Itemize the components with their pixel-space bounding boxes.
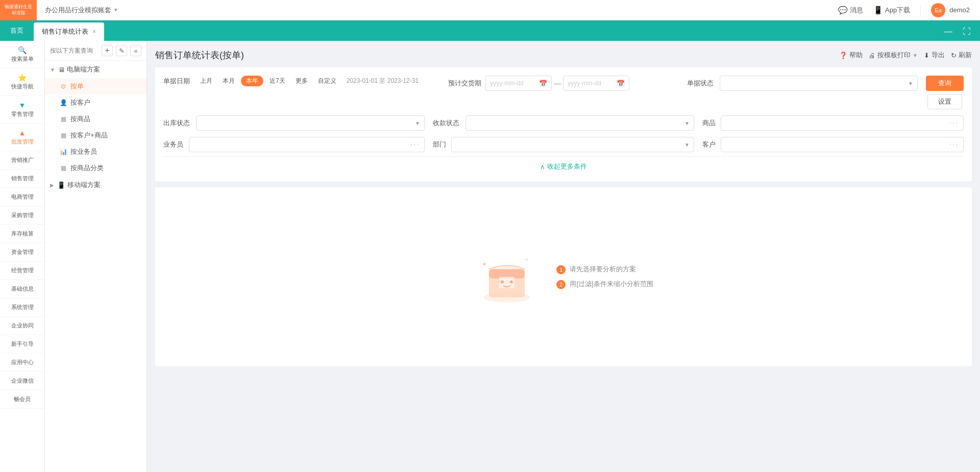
print-icon: 🖨 [869, 52, 875, 59]
username-label: demo2 [949, 6, 970, 14]
empty-illustration: ✦ ✦ [474, 244, 540, 310]
scheme-group-pc-header[interactable]: ▼ 🖥 电脑端方案 [45, 61, 146, 78]
shortcut-this-month[interactable]: 本月 [218, 76, 239, 86]
scheme-group-mobile-header[interactable]: ▶ 📱 移动端方案 [45, 176, 146, 194]
dept-arrow-icon: ▼ [684, 142, 690, 148]
shortcut-more[interactable]: 更多 [291, 76, 312, 86]
payment-select[interactable]: ▼ [465, 115, 694, 131]
sidebar-item-member[interactable]: 畅会员 [0, 390, 44, 409]
print-button[interactable]: 🖨 按模板打印 ▼ [869, 51, 918, 60]
maximize-icon[interactable]: ⛶ [960, 25, 974, 39]
goods-dots: ··· [949, 119, 959, 128]
shortcut-icon: ⭐ [2, 74, 42, 82]
expand-icon: ▼ [50, 67, 55, 73]
dept-label: 部门 [433, 140, 447, 149]
tab-active-sales[interactable]: 销售订单统计表 × [34, 22, 104, 41]
user-profile[interactable]: Ea demo2 [931, 3, 970, 17]
scheme-edit-button[interactable]: ✎ [116, 45, 127, 56]
empty-state: ✦ ✦ 1 请先选择要分析的方案 2 用[过滤]条件来缩小分析范围 [155, 187, 972, 366]
sidebar-item-enterprise[interactable]: 企业协同 [0, 317, 44, 335]
help-button[interactable]: ❓ 帮助 [839, 51, 863, 60]
filter-area: 单据日期 上月 本月 本年 近7天 更多 自定义 2023-01-01 至 20… [155, 67, 972, 181]
scheme-collapse-button[interactable]: « [130, 45, 141, 56]
shortcut-last-month[interactable]: 上月 [196, 76, 216, 86]
query-button[interactable]: 查询 [926, 76, 964, 91]
svg-text:✦: ✦ [525, 257, 529, 263]
scheme-item-by-goods[interactable]: ▦ 按商品 [45, 111, 146, 127]
sidebar-item-finance[interactable]: 资金管理 [0, 243, 44, 262]
shortcut-this-year[interactable]: 本年 [241, 76, 263, 86]
wholesale-icon: ▲ [19, 129, 26, 137]
print-arrow-icon: ▼ [913, 53, 918, 58]
status-select[interactable]: ▼ [720, 76, 918, 91]
avatar: Ea [931, 3, 945, 17]
scheme-item-by-customer-goods[interactable]: ▦ 按客户+商品 [45, 127, 146, 144]
scheme-group-pc: ▼ 🖥 电脑端方案 ⊙ 按单 👤 按客户 ▦ 按商品 [45, 61, 146, 176]
shortcut-7days[interactable]: 近7天 [265, 76, 289, 86]
sidebar-shortcut[interactable]: ⭐ 快捷导航 [0, 68, 44, 96]
sidebar-item-marketing[interactable]: 营销推广 [0, 151, 44, 170]
expected-date-start[interactable]: yyyy-mm-dd 📅 [485, 76, 552, 91]
workspace-selector[interactable]: 办公用品行业模拟账套 ▾ [37, 6, 126, 15]
date-label: 单据日期 [163, 77, 192, 86]
empty-steps: 1 请先选择要分析的方案 2 用[过滤]条件来缩小分析范围 [556, 265, 653, 289]
step2-number: 2 [556, 280, 566, 289]
sidebar-item-inventory[interactable]: 库存核算 [0, 225, 44, 243]
sidebar-item-sales[interactable]: 销售管理 [0, 170, 44, 188]
sidebar-item-wholesale[interactable]: ▲ 批发管理 [0, 124, 44, 151]
dept-select[interactable]: ▼ [451, 137, 694, 152]
sidebar-item-apps[interactable]: 应用中心 [0, 353, 44, 372]
sidebar-search[interactable]: 🔍 搜索菜单 [0, 41, 44, 68]
step2-text: 用[过滤]条件来缩小分析范围 [570, 279, 653, 289]
logo-subtext: 标准版 [12, 10, 26, 16]
collapse-icon: ∧ [540, 163, 545, 171]
expected-date-end[interactable]: yyyy-mm-dd 📅 [563, 76, 629, 91]
collapse-button[interactable]: ∧ 收起更多条件 [163, 156, 964, 173]
sidebar-item-basic[interactable]: 基础信息 [0, 280, 44, 298]
shortcut-custom[interactable]: 自定义 [314, 76, 340, 86]
sidebar-item-wechat[interactable]: 企业微信 [0, 372, 44, 390]
message-icon: 💬 [838, 6, 848, 15]
svg-text:✦: ✦ [481, 260, 487, 268]
workspace-name: 办公用品行业模拟账套 [45, 6, 111, 15]
main-panel: 销售订单统计表(按单) ❓ 帮助 🖨 按模板打印 ▼ ⬇ 导出 [147, 41, 980, 472]
shipping-select[interactable]: ▼ [196, 115, 425, 131]
minimize-icon[interactable]: — [941, 25, 955, 39]
message-button[interactable]: 💬 消息 [838, 6, 863, 15]
sidebar-item-retail[interactable]: ▼ 零售管理 [0, 96, 44, 124]
sidebar-item-operation[interactable]: 经营管理 [0, 262, 44, 280]
by-goods-icon: ▦ [59, 115, 67, 123]
shipping-label: 出库状态 [163, 119, 192, 128]
scheme-item-by-customer[interactable]: 👤 按客户 [45, 95, 146, 111]
goods-input[interactable]: ··· [721, 115, 964, 131]
workspace-arrow-icon: ▾ [114, 7, 117, 13]
scheme-item-by-salesperson[interactable]: 📊 按业务员 [45, 144, 146, 160]
calendar-end-icon: 📅 [617, 80, 625, 87]
export-button[interactable]: ⬇ 导出 [924, 51, 945, 60]
scheme-item-by-order[interactable]: ⊙ 按单 [45, 78, 146, 95]
sidebar-item-ecommerce[interactable]: 电商管理 [0, 188, 44, 206]
scheme-panel: 按以下方案查询 + ✎ « ▼ 🖥 电脑端方案 ⊙ 按单 � [45, 41, 147, 472]
scheme-add-button[interactable]: + [102, 45, 113, 56]
mobile-group-icon: 📱 [57, 181, 65, 189]
sidebar-item-guide[interactable]: 新手引导 [0, 335, 44, 353]
download-icon: 📱 [873, 6, 883, 15]
scheme-item-by-category[interactable]: ▦ 按商品分类 [45, 160, 146, 176]
mobile-expand-icon: ▶ [50, 182, 54, 188]
app-download-button[interactable]: 📱 App下载 [873, 6, 910, 15]
tab-close-icon[interactable]: × [92, 28, 96, 35]
settings-button[interactable]: 设置 [927, 94, 962, 109]
salesperson-input[interactable]: ··· [189, 137, 425, 152]
salesperson-label: 业务员 [163, 140, 185, 149]
sidebar-item-purchase[interactable]: 采购管理 [0, 206, 44, 225]
customer-input[interactable]: ··· [721, 137, 964, 152]
goods-label: 商品 [702, 119, 717, 128]
sidebar-item-system[interactable]: 系统管理 [0, 298, 44, 317]
mobile-group-label: 移动端方案 [67, 180, 101, 190]
shipping-arrow-icon: ▼ [415, 121, 420, 126]
refresh-icon: ↻ [951, 52, 957, 59]
tab-home[interactable]: 首页 [0, 20, 34, 41]
refresh-button[interactable]: ↻ 刷新 [951, 51, 972, 60]
status-arrow-icon: ▼ [908, 81, 913, 86]
date-separator: — [554, 79, 561, 87]
